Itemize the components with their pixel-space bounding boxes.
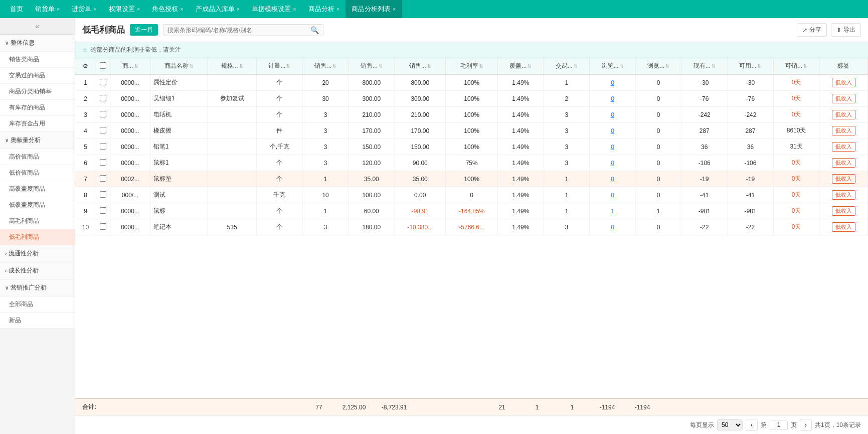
row-checkbox[interactable] bbox=[100, 175, 106, 182]
col-header-current[interactable]: 现有...⇅ bbox=[681, 58, 728, 74]
cell-browse1[interactable]: 1 bbox=[590, 203, 636, 219]
nav-item-商品分析[interactable]: 商品分析× bbox=[302, 0, 345, 18]
sidebar-section-2[interactable]: ›流通性分析 bbox=[0, 245, 75, 262]
col-header-checkbox[interactable] bbox=[96, 58, 110, 74]
cell-checkbox[interactable] bbox=[96, 74, 110, 91]
col-header-gross-margin[interactable]: 覆盖...⇅ bbox=[497, 58, 544, 74]
cell-code: 0000... bbox=[110, 74, 150, 91]
nav-close-icon[interactable]: × bbox=[180, 6, 183, 12]
nav-item-产成品入库单[interactable]: 产成品入库单× bbox=[190, 0, 246, 18]
sidebar-item-低价值商品[interactable]: 低价值商品 bbox=[0, 165, 75, 181]
cell-checkbox[interactable] bbox=[96, 139, 110, 155]
col-header-unit[interactable]: 计量...⇅ bbox=[257, 58, 303, 74]
col-header-saleable[interactable]: 可销...⇅ bbox=[773, 58, 819, 74]
cell-checkbox[interactable] bbox=[96, 91, 110, 107]
page-size-select[interactable]: 50 100 200 bbox=[717, 419, 743, 430]
sidebar-item-库存资金占用[interactable]: 库存资金占用 bbox=[0, 116, 75, 132]
cell-checkbox[interactable] bbox=[96, 171, 110, 187]
nav-item-销货单[interactable]: 销货单× bbox=[29, 0, 66, 18]
col-header-sales-amt[interactable]: 销售...⇅ bbox=[349, 58, 395, 74]
nav-close-icon[interactable]: × bbox=[93, 6, 96, 12]
sidebar-item-交易过的商品[interactable]: 交易过的商品 bbox=[0, 68, 75, 84]
sidebar-item-高毛利商品[interactable]: 高毛利商品 bbox=[0, 213, 75, 229]
cell-browse1[interactable]: 0 bbox=[590, 171, 636, 187]
nav-item-单据模板设置[interactable]: 单据模板设置× bbox=[246, 0, 302, 18]
nav-close-icon[interactable]: × bbox=[293, 6, 296, 12]
collapse-icon: « bbox=[36, 22, 40, 30]
row-checkbox[interactable] bbox=[100, 159, 106, 166]
cell-browse1[interactable]: 0 bbox=[590, 219, 636, 235]
col-header-browse1[interactable]: 浏览...⇅ bbox=[590, 58, 636, 74]
cell-saleable: 0天 bbox=[773, 155, 819, 171]
row-checkbox[interactable] bbox=[100, 79, 106, 85]
col-header-name[interactable]: 商品名称⇅ bbox=[150, 58, 207, 74]
select-all-checkbox[interactable] bbox=[100, 62, 106, 69]
col-header-sales-profit[interactable]: 销售...⇅ bbox=[395, 58, 446, 74]
sidebar-item-销售类商品[interactable]: 销售类商品 bbox=[0, 52, 75, 68]
cell-browse1[interactable]: 0 bbox=[590, 91, 636, 107]
cell-browse1[interactable]: 0 bbox=[590, 139, 636, 155]
export-button[interactable]: ⬆ 导出 bbox=[831, 23, 861, 37]
row-checkbox[interactable] bbox=[100, 191, 106, 198]
cell-browse1[interactable]: 0 bbox=[590, 155, 636, 171]
nav-item-首页[interactable]: 首页 bbox=[4, 0, 29, 18]
nav-close-icon[interactable]: × bbox=[336, 6, 339, 12]
col-header-spec[interactable]: 规格...⇅ bbox=[208, 58, 257, 74]
sidebar-item-高价值商品[interactable]: 高价值商品 bbox=[0, 149, 75, 165]
col-header-browse2[interactable]: 浏览...⇅ bbox=[635, 58, 681, 74]
nav-item-角色授权[interactable]: 角色授权× bbox=[146, 0, 189, 18]
nav-item-进货单[interactable]: 进货单× bbox=[66, 0, 102, 18]
sidebar-section-1[interactable]: ∨奥献量分析 bbox=[0, 132, 75, 149]
search-icon[interactable]: 🔍 bbox=[310, 26, 319, 34]
cell-checkbox[interactable] bbox=[96, 187, 110, 203]
nav-close-icon[interactable]: × bbox=[393, 6, 396, 12]
cell-browse1[interactable]: 0 bbox=[590, 187, 636, 203]
search-input[interactable] bbox=[167, 27, 310, 34]
col-header-sales-qty[interactable]: 销售...⇅ bbox=[302, 58, 349, 74]
cell-checkbox[interactable] bbox=[96, 123, 110, 139]
sidebar-section-4[interactable]: ∨营销推广分析 bbox=[0, 279, 75, 297]
sidebar-section-0[interactable]: ∨整体信息 bbox=[0, 35, 75, 52]
nav-close-icon[interactable]: × bbox=[237, 6, 240, 12]
col-header-code[interactable]: 商...⇅ bbox=[110, 58, 150, 74]
sidebar-item-高覆盖度商品[interactable]: 高覆盖度商品 bbox=[0, 181, 75, 197]
next-page-button[interactable]: › bbox=[800, 419, 812, 431]
sidebar-item-新品[interactable]: 新品 bbox=[0, 313, 75, 329]
row-checkbox[interactable] bbox=[100, 143, 106, 150]
nav-close-icon[interactable]: × bbox=[57, 6, 60, 12]
nav-item-商品分析列表[interactable]: 商品分析列表× bbox=[345, 0, 402, 18]
cell-browse1[interactable]: 0 bbox=[590, 107, 636, 123]
sidebar-item-商品分类助销率[interactable]: 商品分类助销率 bbox=[0, 84, 75, 100]
cell-checkbox[interactable] bbox=[96, 155, 110, 171]
row-checkbox[interactable] bbox=[100, 223, 106, 230]
cell-browse1[interactable]: 0 bbox=[590, 74, 636, 91]
sidebar-item-全部商品[interactable]: 全部商品 bbox=[0, 297, 75, 313]
row-checkbox[interactable] bbox=[100, 127, 106, 133]
cell-checkbox[interactable] bbox=[96, 107, 110, 123]
col-header-profit-rate[interactable]: 毛利率⇅ bbox=[446, 58, 497, 74]
sidebar-item-低毛利商品[interactable]: 低毛利商品 bbox=[0, 229, 75, 245]
col-header-tag[interactable]: 标签 bbox=[819, 58, 868, 74]
page-number-input[interactable] bbox=[770, 420, 788, 430]
cell-checkbox[interactable] bbox=[96, 219, 110, 235]
sidebar-section-3[interactable]: ›成长性分析 bbox=[0, 262, 75, 279]
sidebar-item-有库存的商品[interactable]: 有库存的商品 bbox=[0, 100, 75, 116]
prev-page-button[interactable]: ‹ bbox=[746, 419, 758, 431]
share-button[interactable]: ↗ 分享 bbox=[797, 23, 827, 37]
row-checkbox[interactable] bbox=[100, 111, 106, 117]
footer-saleable bbox=[660, 404, 695, 411]
col-header-settings[interactable]: ⚙ bbox=[75, 58, 96, 74]
row-checkbox[interactable] bbox=[100, 95, 106, 101]
row-checkbox[interactable] bbox=[100, 207, 106, 214]
sidebar-item-低覆盖度商品[interactable]: 低覆盖度商品 bbox=[0, 197, 75, 213]
page-word: 第 bbox=[761, 421, 767, 429]
footer-label: 合计: bbox=[82, 403, 96, 411]
cell-browse1[interactable]: 0 bbox=[590, 123, 636, 139]
nav-close-icon[interactable]: × bbox=[137, 6, 140, 12]
col-header-trade[interactable]: 交易...⇅ bbox=[544, 58, 590, 74]
nav-item-权限设置[interactable]: 权限设置× bbox=[103, 0, 146, 18]
col-header-available[interactable]: 可用...⇅ bbox=[728, 58, 774, 74]
time-filter-button[interactable]: 近一月 bbox=[130, 24, 158, 36]
cell-checkbox[interactable] bbox=[96, 203, 110, 219]
sidebar-collapse-button[interactable]: « bbox=[0, 18, 75, 35]
